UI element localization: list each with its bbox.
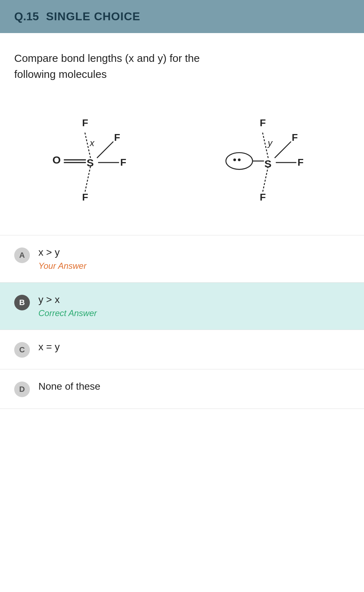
option-badge-c: C [14, 342, 30, 358]
question-number: Q.15 [14, 10, 39, 23]
option-label-b: y > x [38, 294, 97, 305]
option-badge-a: A [14, 247, 30, 263]
option-a[interactable]: A x > y Your Answer [0, 235, 364, 283]
your-answer-tag-a: Your Answer [38, 261, 86, 271]
svg-line-18 [262, 132, 268, 158]
question-type: SINGLE CHOICE [46, 10, 140, 23]
molecule-1: O S F x F F F [38, 103, 159, 210]
svg-point-15 [238, 159, 241, 161]
option-badge-b: B [14, 295, 30, 310]
svg-text:F: F [292, 132, 298, 143]
question-header: Q.15 SINGLE CHOICE [0, 0, 364, 33]
svg-text:F: F [82, 192, 88, 203]
svg-line-25 [262, 166, 268, 193]
svg-text:F: F [298, 157, 304, 168]
svg-text:F: F [114, 132, 120, 143]
option-label-a: x > y [38, 247, 86, 258]
option-label-c: x = y [38, 341, 60, 353]
question-section: Compare bond lengths (x and y) for the f… [0, 33, 364, 235]
option-content-b: y > x Correct Answer [38, 294, 97, 318]
svg-text:F: F [120, 157, 126, 168]
svg-text:F: F [260, 192, 266, 203]
option-c[interactable]: C x = y [0, 330, 364, 369]
option-badge-d: D [14, 382, 30, 397]
svg-text:F: F [82, 117, 88, 128]
option-content-c: x = y [38, 341, 60, 353]
svg-text:O: O [52, 154, 60, 166]
option-d[interactable]: D None of these [0, 369, 364, 409]
option-content-d: None of these [38, 381, 100, 392]
svg-line-7 [97, 142, 113, 158]
options-container: A x > y Your Answer B y > x Correct Answ… [0, 235, 364, 409]
svg-text:x: x [89, 138, 95, 148]
svg-line-11 [85, 166, 91, 193]
option-b[interactable]: B y > x Correct Answer [0, 283, 364, 330]
page-container: Q.15 SINGLE CHOICE Compare bond lengths … [0, 0, 364, 592]
question-text: Compare bond lengths (x and y) for the f… [14, 50, 350, 82]
molecules-container: O S F x F F F [14, 96, 350, 224]
correct-answer-tag-b: Correct Answer [38, 308, 97, 318]
svg-point-14 [233, 159, 236, 161]
option-content-a: x > y Your Answer [38, 247, 86, 271]
molecule-2: S F y F F F [205, 103, 326, 210]
svg-text:F: F [260, 117, 266, 128]
svg-line-21 [275, 142, 291, 158]
svg-text:y: y [267, 138, 273, 148]
option-label-d: None of these [38, 381, 100, 392]
